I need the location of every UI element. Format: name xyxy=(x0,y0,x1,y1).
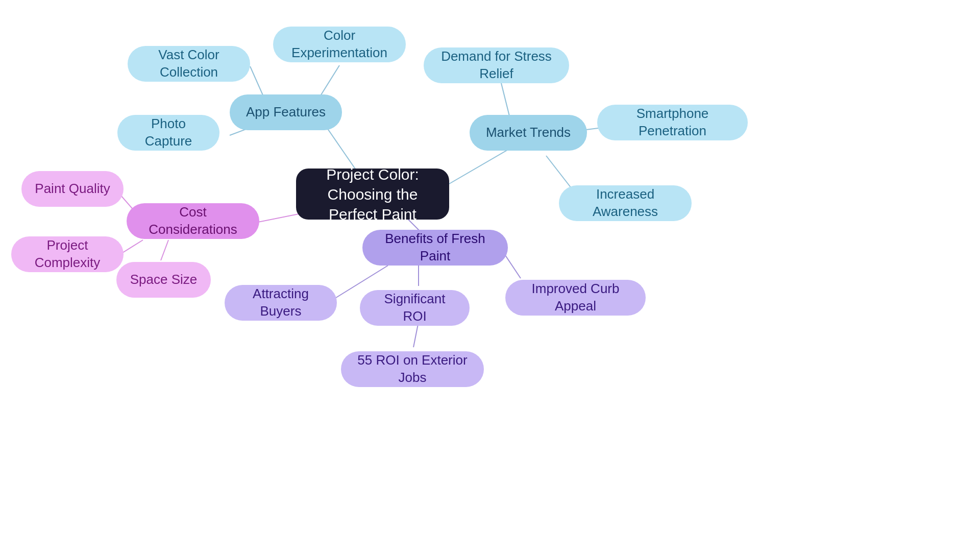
svg-line-10 xyxy=(122,240,143,253)
svg-line-11 xyxy=(161,240,168,260)
node-project-complexity[interactable]: Project Complexity xyxy=(11,236,124,272)
node-photo-capture[interactable]: Photo Capture xyxy=(117,115,219,151)
node-increased-awareness[interactable]: Increased Awareness xyxy=(559,185,692,221)
node-significant-roi[interactable]: Significant ROI xyxy=(360,290,470,326)
node-benefits-fresh-paint[interactable]: Benefits of Fresh Paint xyxy=(362,230,508,266)
node-vast-color[interactable]: Vast Color Collection xyxy=(128,46,250,82)
node-paint-quality[interactable]: Paint Quality xyxy=(21,171,124,207)
node-color-experimentation[interactable]: Color Experimentation xyxy=(273,27,406,62)
center-node[interactable]: Project Color: Choosing the Perfect Pain… xyxy=(296,169,449,220)
node-app-features[interactable]: App Features xyxy=(230,94,342,130)
node-attracting-buyers[interactable]: Attracting Buyers xyxy=(225,285,337,321)
svg-line-15 xyxy=(505,255,521,278)
node-roi-exterior[interactable]: 55 ROI on Exterior Jobs xyxy=(341,351,484,387)
node-demand-stress[interactable]: Demand for Stress Relief xyxy=(424,47,569,83)
node-market-trends[interactable]: Market Trends xyxy=(470,115,587,151)
node-cost-considerations[interactable]: Cost Considerations xyxy=(127,203,259,239)
node-improved-curb-appeal[interactable]: Improved Curb Appeal xyxy=(505,280,646,316)
node-smartphone[interactable]: Smartphone Penetration xyxy=(597,105,748,140)
node-space-size[interactable]: Space Size xyxy=(116,262,211,298)
